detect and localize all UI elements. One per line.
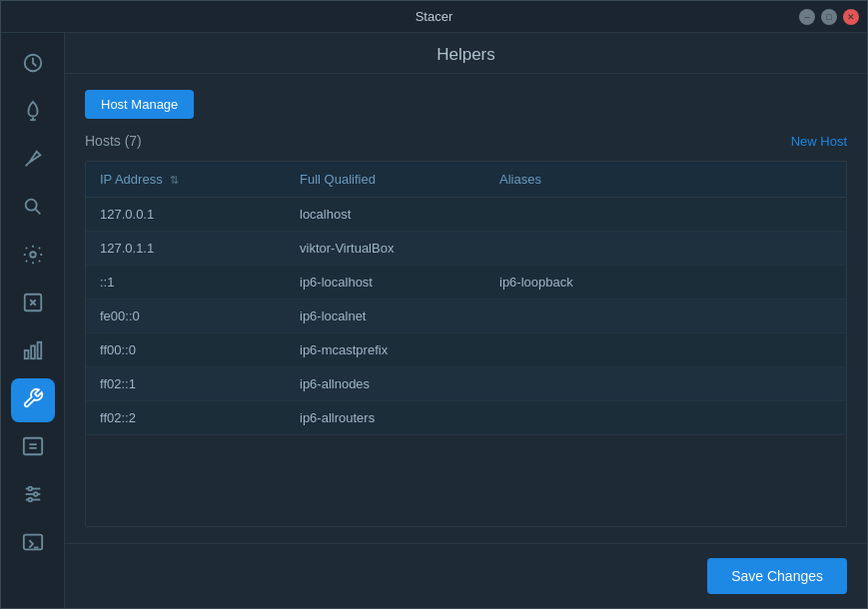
page-title: Helpers <box>436 45 495 64</box>
save-changes-button[interactable]: Save Changes <box>707 558 847 594</box>
sidebar-item-info[interactable] <box>11 426 55 470</box>
table-body: 127.0.0.1localhost127.0.1.1viktor-Virtua… <box>86 198 846 435</box>
new-host-link[interactable]: New Host <box>791 134 847 149</box>
cell-fqdn: ip6-allnodes <box>286 367 485 401</box>
window-controls: – □ ✕ <box>799 9 859 25</box>
table-row[interactable]: ff00::0ip6-mcastprefix <box>86 333 846 367</box>
package-icon <box>22 292 44 318</box>
hosts-table: IP Address ⇅ Full Qualified Aliases <box>86 162 846 435</box>
brush-icon <box>22 148 44 175</box>
sidebar-item-cleaner[interactable] <box>11 139 55 183</box>
tools-icon <box>22 387 44 414</box>
column-aliases[interactable]: Aliases <box>485 162 846 198</box>
column-full-qualified[interactable]: Full Qualified <box>286 162 485 198</box>
svg-rect-11 <box>37 341 41 358</box>
cell-aliases <box>485 367 846 401</box>
cell-ip: 127.0.0.1 <box>86 198 286 232</box>
minimize-button[interactable]: – <box>799 9 815 25</box>
cell-fqdn: localhost <box>286 198 485 232</box>
cell-ip: fe00::0 <box>86 300 286 333</box>
hosts-table-container[interactable]: IP Address ⇅ Full Qualified Aliases <box>85 161 847 527</box>
page-title-bar: Helpers <box>65 33 867 74</box>
svg-point-20 <box>28 497 32 501</box>
cell-fqdn: ip6-localnet <box>286 300 485 333</box>
sliders-icon <box>22 483 44 510</box>
svg-rect-10 <box>31 345 35 358</box>
sidebar-item-dashboard[interactable] <box>11 43 55 87</box>
chart-icon <box>22 339 44 366</box>
content-area: Helpers Host Manage Hosts (7) New Host <box>65 33 867 608</box>
cell-aliases <box>485 198 846 232</box>
sidebar-item-settings[interactable] <box>11 474 55 518</box>
cell-aliases <box>485 401 846 435</box>
cell-ip: ff02::1 <box>86 367 286 401</box>
cell-fqdn: viktor-VirtualBox <box>286 232 485 266</box>
hosts-header: Hosts (7) New Host <box>85 133 847 149</box>
terminal-icon <box>22 531 44 558</box>
svg-rect-9 <box>24 350 28 358</box>
rocket-icon <box>22 100 44 127</box>
search-icon <box>22 196 44 223</box>
table-header-row: IP Address ⇅ Full Qualified Aliases <box>86 162 846 198</box>
column-ip-address[interactable]: IP Address ⇅ <box>86 162 286 198</box>
svg-rect-12 <box>23 437 41 454</box>
footer: Save Changes <box>65 543 867 608</box>
sidebar-item-resources[interactable] <box>11 330 55 374</box>
hosts-count: Hosts (7) <box>85 133 142 149</box>
cell-ip: ff02::2 <box>86 401 286 435</box>
sidebar-item-search[interactable] <box>11 187 55 231</box>
titlebar: Stacer – □ ✕ <box>1 1 867 33</box>
cell-fqdn: ip6-localhost <box>286 266 485 300</box>
cell-fqdn: ip6-allrouters <box>286 401 485 435</box>
sidebar <box>1 33 65 608</box>
table-row[interactable]: ff02::2ip6-allrouters <box>86 401 846 435</box>
table-row[interactable]: ff02::1ip6-allnodes <box>86 367 846 401</box>
inner-content: Host Manage Hosts (7) New Host IP Addres… <box>65 74 867 543</box>
svg-line-4 <box>35 209 40 214</box>
info-icon <box>22 435 44 462</box>
cell-aliases <box>485 300 846 333</box>
app-window: Stacer – □ ✕ <box>0 0 868 609</box>
sidebar-item-services[interactable] <box>11 235 55 279</box>
table-row[interactable]: 127.0.0.1localhost <box>86 198 846 232</box>
close-button[interactable]: ✕ <box>843 9 859 25</box>
cell-ip: 127.0.1.1 <box>86 232 286 266</box>
svg-point-18 <box>28 486 32 490</box>
table-row[interactable]: ::1ip6-localhostip6-loopback <box>86 266 846 300</box>
table-row[interactable]: fe00::0ip6-localnet <box>86 300 846 333</box>
cell-aliases <box>485 333 846 367</box>
sidebar-item-uninstaller[interactable] <box>11 283 55 326</box>
svg-point-19 <box>33 492 37 496</box>
gear-icon <box>22 244 44 271</box>
host-manage-button[interactable]: Host Manage <box>85 90 194 119</box>
sidebar-item-apps[interactable] <box>11 91 55 135</box>
dashboard-icon <box>22 52 44 79</box>
cell-aliases <box>485 232 846 266</box>
cell-ip: ff00::0 <box>86 333 286 367</box>
main-area: Helpers Host Manage Hosts (7) New Host <box>1 33 867 608</box>
svg-point-5 <box>30 252 36 258</box>
sort-icon: ⇅ <box>170 174 179 187</box>
table-row[interactable]: 127.0.1.1viktor-VirtualBox <box>86 232 846 266</box>
svg-point-3 <box>25 199 36 210</box>
window-title: Stacer <box>416 9 453 24</box>
svg-rect-21 <box>23 534 41 549</box>
sidebar-item-terminal[interactable] <box>11 522 55 566</box>
maximize-button[interactable]: □ <box>821 9 837 25</box>
cell-aliases: ip6-loopback <box>485 266 846 300</box>
cell-fqdn: ip6-mcastprefix <box>286 333 485 367</box>
sidebar-item-helpers[interactable] <box>11 378 55 422</box>
cell-ip: ::1 <box>86 266 286 300</box>
